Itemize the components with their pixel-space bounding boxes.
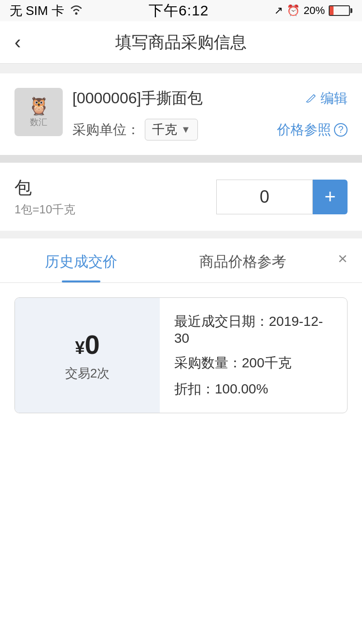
back-button[interactable]: ‹ <box>14 31 21 53</box>
tab-history-price[interactable]: 历史成交价 <box>0 238 162 282</box>
product-name: [0000006]手撕面包 <box>72 88 203 109</box>
edit-button[interactable]: 编辑 <box>305 89 348 108</box>
svg-point-0 <box>75 12 77 14</box>
price-card: ¥0 交易2次 最近成交日期：2019-12-30 采购数量：200千克 折扣：… <box>14 297 348 413</box>
quantity-section: 包 1包=10千克 0 + <box>0 163 362 231</box>
status-carrier: 无 SIM 卡 <box>10 2 84 19</box>
alarm-icon: ⏰ <box>287 4 300 17</box>
transaction-count: 交易2次 <box>65 365 110 382</box>
bottom-area <box>0 428 362 644</box>
carrier-text: 无 SIM 卡 <box>10 2 64 19</box>
discount-row: 折扣：100.00% <box>174 380 333 398</box>
purchase-unit-row: 采购单位： 千克 ▼ 价格参照 ? <box>72 119 348 140</box>
quantity-input-area: 0 + <box>216 180 348 214</box>
product-row: 🦉 数汇 [0000006]手撕面包 编辑 采购单位： <box>14 88 348 140</box>
info-circle-icon: ? <box>334 123 348 137</box>
recent-date-row: 最近成交日期：2019-12-30 <box>174 312 333 346</box>
unit-label: 采购单位： <box>72 121 140 139</box>
product-logo-icon: 🦉 <box>28 96 50 116</box>
page-title: 填写商品采购信息 <box>115 31 247 54</box>
product-thumbnail: 🦉 数汇 <box>14 88 63 136</box>
status-time: 下午6:12 <box>149 1 209 21</box>
tabs-header: 历史成交价 商品价格参考 × <box>0 238 362 283</box>
status-bar: 无 SIM 卡 下午6:12 ↗ ⏰ 20% <box>0 0 362 21</box>
unit-selector-area: 采购单位： 千克 ▼ <box>72 119 198 140</box>
status-right-icons: ↗ ⏰ 20% <box>274 4 352 17</box>
price-card-right: 最近成交日期：2019-12-30 采购数量：200千克 折扣：100.00% <box>160 298 347 413</box>
quantity-unit-tag: 包 <box>14 176 75 200</box>
location-icon: ↗ <box>274 4 283 17</box>
nav-bar: ‹ 填写商品采购信息 <box>0 21 362 64</box>
tabs-section: 历史成交价 商品价格参考 × ¥0 交易2次 最近成交日期：2019-12-30… <box>0 238 362 428</box>
product-thumb-inner: 🦉 数汇 <box>28 96 50 128</box>
quantity-plus-button[interactable]: + <box>313 180 348 214</box>
product-info: [0000006]手撕面包 编辑 采购单位： 千克 ▼ <box>72 88 348 140</box>
tab-price-reference[interactable]: 商品价格参考 <box>162 238 323 282</box>
quantity-label-area: 包 1包=10千克 <box>14 176 75 217</box>
price-reference-button[interactable]: 价格参照 ? <box>277 121 348 139</box>
product-name-row: [0000006]手撕面包 编辑 <box>72 88 348 109</box>
quantity-input[interactable]: 0 <box>216 180 313 214</box>
product-section: 🦉 数汇 [0000006]手撕面包 编辑 采购单位： <box>0 73 362 155</box>
battery-pct-text: 20% <box>304 4 325 17</box>
section-divider <box>0 155 362 163</box>
battery-icon <box>329 5 352 16</box>
price-display: ¥0 <box>75 329 99 360</box>
quantity-conversion: 1包=10千克 <box>14 202 75 217</box>
edit-icon <box>305 92 318 105</box>
history-price-content: ¥0 交易2次 最近成交日期：2019-12-30 采购数量：200千克 折扣：… <box>0 283 362 428</box>
unit-select-dropdown[interactable]: 千克 ▼ <box>145 119 198 140</box>
chevron-down-icon: ▼ <box>181 124 191 135</box>
purchase-qty-row: 采购数量：200千克 <box>174 354 333 372</box>
price-card-left: ¥0 交易2次 <box>15 298 160 413</box>
product-logo-subtitle: 数汇 <box>30 116 47 128</box>
tabs-close-button[interactable]: × <box>323 249 362 272</box>
wifi-icon <box>69 3 84 18</box>
